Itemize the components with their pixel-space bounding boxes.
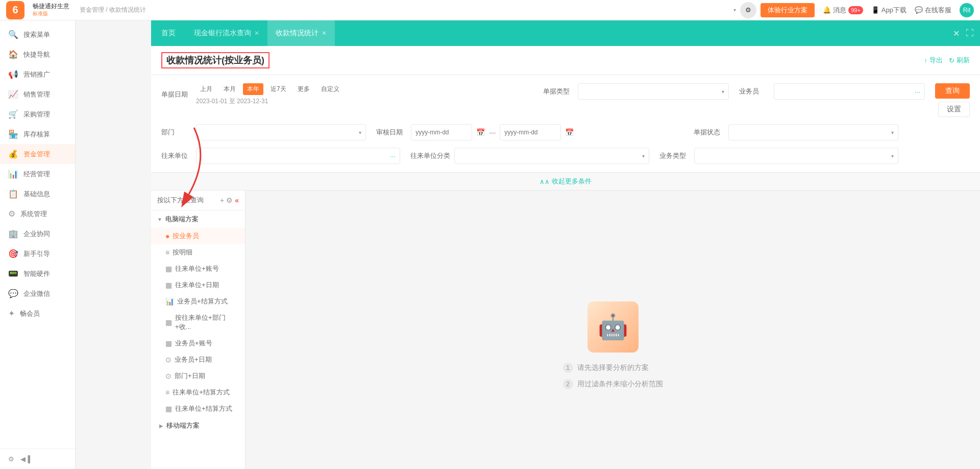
shortcut-7days[interactable]: 近7天 [266, 83, 290, 95]
settings-gear-button[interactable]: ⚙ [740, 2, 756, 18]
sidebar-item-purchase[interactable]: 🛒 采购管理 [0, 104, 75, 124]
sidebar-item-label: 库存核算 [23, 130, 50, 139]
collapse-scheme-button[interactable]: « [235, 196, 239, 204]
calendar-end-icon[interactable]: 📅 [565, 128, 574, 136]
sidebar-item-guide[interactable]: 🎯 新手引导 [0, 244, 75, 264]
shortcut-this-month[interactable]: 本月 [219, 83, 240, 95]
shortcut-more[interactable]: 更多 [293, 83, 314, 95]
collapse-sidebar-icon[interactable]: ◀▐ [20, 455, 30, 463]
export-button[interactable]: ↑ 导出 [924, 56, 943, 65]
maximize-icon[interactable]: ⛶ [966, 29, 974, 38]
app-edition: 标准版 [33, 10, 69, 17]
review-date-end[interactable] [500, 124, 561, 140]
scheme-item-by-salesperson[interactable]: ● 按业务员 [151, 228, 245, 244]
sidebar-item-enterprise[interactable]: 🏢 企业协同 [0, 224, 75, 244]
tab-cashflow[interactable]: 现金银行流水查询 ✕ [186, 20, 267, 46]
sidebar-item-operation[interactable]: 📊 经营管理 [0, 164, 75, 184]
date-label: 单据日期 [161, 90, 192, 99]
shortcut-custom[interactable]: 自定义 [317, 83, 344, 95]
sidebar-nav: 🔍 搜索菜单 🏠 快捷导航 📢 营销推广 📈 销售管理 🛒 采购管理 🏪 [0, 20, 75, 449]
scheme-item-icon-8: ⊙ [165, 372, 172, 380]
scheme-settings-button[interactable]: ⚙ [226, 196, 233, 204]
scheme-item-icon-7: ⊙ [165, 356, 172, 364]
scheme-item-by-detail[interactable]: ≡ 按明细 [151, 244, 245, 261]
scheme-item-salesperson-settlement[interactable]: 📊 业务员+结算方式 [151, 293, 245, 310]
shortcut-last-month[interactable]: 上月 [196, 83, 216, 95]
group-pc-label: 电脑端方案 [165, 215, 199, 224]
voucher-type-label: 单据类型 [543, 87, 574, 96]
app-logo-icon: 6 [6, 1, 24, 19]
sidebar-item-finance[interactable]: 💰 资金管理 [0, 144, 75, 164]
calendar-start-icon[interactable]: 📅 [476, 128, 485, 136]
sidebar-item-quicknav[interactable]: 🏠 快捷导航 [0, 44, 75, 64]
scheme-item-counterpart-dept-collect[interactable]: ▦ 按往来单位+部门+收... [151, 310, 245, 335]
sidebar-item-search[interactable]: 🔍 搜索菜单 [0, 25, 75, 44]
scheme-item-icon-5: ▦ [165, 318, 172, 326]
scheme-item-counterpart-settlement-1[interactable]: ≡ 往来单位+结算方式 [151, 384, 245, 401]
sidebar-item-basic[interactable]: 📋 基础信息 [0, 184, 75, 204]
add-scheme-button[interactable]: + [220, 196, 224, 204]
biz-type-select[interactable]: ▾ [694, 148, 898, 164]
more-options-icon[interactable]: ··· [915, 88, 920, 96]
tab-bar-right: ✕ ⛶ [953, 29, 980, 38]
group-mobile-arrow-icon: ▶ [159, 423, 163, 429]
page-actions: ↑ 导出 ↻ 刷新 [924, 56, 970, 65]
breadcrumb-dropdown-icon[interactable]: ▾ [733, 7, 736, 13]
online-service-button[interactable]: 💬 在线客服 [915, 6, 951, 15]
sidebar-item-system[interactable]: ⚙ 系统管理 [0, 204, 75, 224]
department-select[interactable]: ▾ [196, 124, 366, 140]
scheme-item-salesperson-date[interactable]: ⊙ 业务员+日期 [151, 351, 245, 368]
sidebar-item-hardware[interactable]: 📟 智能硬件 [0, 264, 75, 284]
message-button[interactable]: 🔔 消息 99 [823, 6, 863, 15]
tab-collection-stats[interactable]: 收款情况统计 ✕ [267, 20, 335, 46]
counterpart-category-select[interactable]: ▾ [454, 148, 649, 164]
filter-date-item: 单据日期 上月 本月 本年 近7天 更多 自定义 2023-01-01 至 [161, 83, 533, 106]
empty-content-wrapper: 🤖 1 请先选择要分析的方案 2 用过滤条件来缩小分析范围 [563, 301, 663, 389]
scheme-panel-title: 按以下方案查询 [157, 196, 216, 205]
salesperson-label: 业务员 [739, 87, 770, 96]
guide-icon: 🎯 [8, 249, 18, 259]
sidebar-item-sales[interactable]: 📈 销售管理 [0, 84, 75, 104]
date-shortcuts-group: 上月 本月 本年 近7天 更多 自定义 2023-01-01 至 2023-12… [196, 83, 344, 106]
review-date-start[interactable] [411, 124, 472, 140]
sidebar-item-label: 智能硬件 [23, 269, 50, 278]
sidebar-item-marketing[interactable]: 📢 营销推广 [0, 64, 75, 84]
shortcut-this-year[interactable]: 本年 [243, 83, 263, 95]
close-window-icon[interactable]: ✕ [953, 29, 960, 38]
user-avatar[interactable]: Rit [960, 3, 974, 17]
settings-icon[interactable]: ⚙ [8, 455, 14, 463]
scheme-item-salesperson-account[interactable]: ▦ 业务员+账号 [151, 335, 245, 351]
salesperson-select[interactable]: ··· [774, 83, 925, 100]
counterpart-more-icon[interactable]: ··· [390, 152, 396, 160]
scheme-item-counterpart-settlement-2[interactable]: ▦ 往来单位+结算方式 [151, 401, 245, 417]
sidebar-item-inventory[interactable]: 🏪 库存核算 [0, 124, 75, 144]
app-name: 畅捷通好生意 [33, 3, 69, 11]
sidebar-item-label: 销售管理 [23, 90, 50, 99]
sidebar-item-label: 新手引导 [23, 249, 50, 259]
filter-biz-type: 业务类型 ▾ [659, 148, 898, 164]
voucher-type-select[interactable]: ▾ [578, 83, 729, 100]
collapse-bar[interactable]: ∧∧ 收起更多条件 [151, 173, 980, 191]
counterpart-select[interactable]: ··· [196, 148, 400, 164]
voucher-status-select[interactable]: ▾ [728, 124, 898, 140]
tab-home[interactable]: 首页 [151, 29, 186, 38]
tab-close-cashflow[interactable]: ✕ [254, 30, 259, 37]
scheme-item-dept-date[interactable]: ⊙ 部门+日期 [151, 368, 245, 384]
filter-row-3: 往来单位 ··· 往来单位分类 ▾ 业务类型 [161, 148, 970, 164]
sidebar-item-wechat[interactable]: 💬 企业微信 [0, 284, 75, 303]
sidebar-item-member[interactable]: ✦ 畅会员 [0, 303, 75, 323]
scheme-group-mobile[interactable]: ▶ 移动端方案 [151, 417, 245, 434]
scheme-item-counterpart-date[interactable]: ▦ 往来单位+日期 [151, 277, 245, 293]
trial-button[interactable]: 体验行业方案 [761, 3, 815, 17]
counterpart-category-label: 往来单位分类 [410, 151, 450, 160]
settings-button[interactable]: 设置 [938, 102, 970, 117]
page-title: 收款情况统计(按业务员) [161, 52, 270, 68]
body-area: 按以下方案查询 + ⚙ « ▼ 电脑端方案 ● 按业务员 [151, 191, 980, 469]
breadcrumb: 资金管理 / 收款情况统计 [80, 6, 729, 14]
app-download-button[interactable]: 📱 App下载 [871, 6, 906, 15]
scheme-group-pc[interactable]: ▼ 电脑端方案 [151, 210, 245, 228]
refresh-button[interactable]: ↻ 刷新 [949, 56, 970, 65]
tab-close-collection[interactable]: ✕ [322, 30, 327, 37]
scheme-item-counterpart-account[interactable]: ▦ 往来单位+账号 [151, 261, 245, 277]
query-button[interactable]: 查询 [935, 83, 970, 99]
